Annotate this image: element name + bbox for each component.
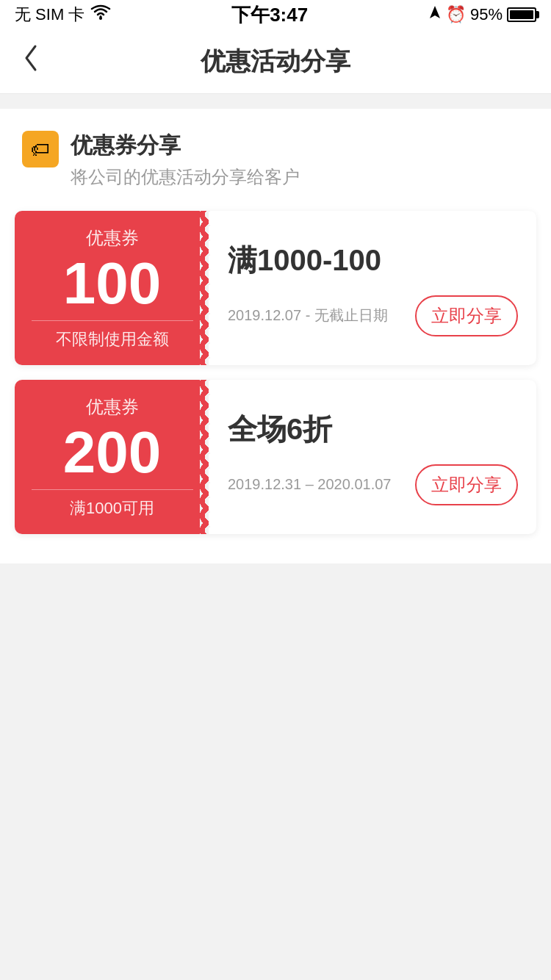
coupon-icon: 🏷 xyxy=(31,138,50,161)
carrier-text: 无 SIM 卡 xyxy=(15,4,84,26)
section-divider xyxy=(0,94,551,109)
section-header: 🏷 优惠券分享 将公司的优惠活动分享给客户 xyxy=(0,109,551,203)
coupon-card-2: 优惠券 200 满1000可用 全场6折 2019.12.31 – 2020.0… xyxy=(15,380,536,534)
share-button-2[interactable]: 立即分享 xyxy=(415,464,518,505)
coupon-right-1: 满1000-100 2019.12.07 - 无截止日期 立即分享 xyxy=(209,211,536,365)
coupon-divider-1 xyxy=(32,320,193,321)
status-left: 无 SIM 卡 xyxy=(15,4,111,26)
coupon-condition-2: 满1000可用 xyxy=(70,497,154,519)
coupon-list: 优惠券 100 不限制使用金额 满1000-100 2019.12.07 - 无… xyxy=(0,203,551,563)
coupon-type-2: 优惠券 xyxy=(86,395,139,419)
coupon-right-2: 全场6折 2019.12.31 – 2020.01.07 立即分享 xyxy=(209,380,536,534)
coupon-name-1: 满1000-100 xyxy=(228,240,518,281)
coupon-divider-2 xyxy=(32,489,193,490)
coupon-amount-1: 100 xyxy=(63,254,161,313)
section-icon: 🏷 xyxy=(22,131,59,167)
empty-area xyxy=(0,563,551,980)
status-time: 下午3:47 xyxy=(231,2,308,28)
share-button-1[interactable]: 立即分享 xyxy=(415,295,518,336)
coupon-card-1: 优惠券 100 不限制使用金额 满1000-100 2019.12.07 - 无… xyxy=(15,211,536,365)
coupon-bottom-2: 2019.12.31 – 2020.01.07 立即分享 xyxy=(228,464,518,505)
coupon-name-2: 全场6折 xyxy=(228,409,518,450)
coupon-amount-2: 200 xyxy=(63,423,161,482)
location-icon xyxy=(428,4,442,25)
coupon-left-1: 优惠券 100 不限制使用金额 xyxy=(15,211,209,365)
back-button[interactable] xyxy=(22,43,40,79)
alarm-icon: ⏰ xyxy=(446,5,466,24)
coupon-condition-1: 不限制使用金额 xyxy=(56,328,169,350)
page-title: 优惠活动分享 xyxy=(201,45,350,79)
coupon-bottom-1: 2019.12.07 - 无截止日期 立即分享 xyxy=(228,295,518,336)
nav-bar: 优惠活动分享 xyxy=(0,29,551,94)
wifi-icon xyxy=(90,4,111,25)
section-text: 优惠券分享 将公司的优惠活动分享给客户 xyxy=(71,131,300,189)
section-title: 优惠券分享 xyxy=(71,131,300,161)
section-subtitle: 将公司的优惠活动分享给客户 xyxy=(71,165,300,189)
svg-point-0 xyxy=(99,17,102,20)
coupon-date-1: 2019.12.07 - 无截止日期 xyxy=(228,306,415,325)
battery-icon xyxy=(507,7,536,22)
coupon-type-1: 优惠券 xyxy=(86,226,139,250)
battery-percent: 95% xyxy=(470,5,503,24)
coupon-left-2: 优惠券 200 满1000可用 xyxy=(15,380,209,534)
coupon-date-2: 2019.12.31 – 2020.01.07 xyxy=(228,476,415,493)
status-right: ⏰ 95% xyxy=(428,4,536,25)
status-bar: 无 SIM 卡 下午3:47 ⏰ 95% xyxy=(0,0,551,29)
